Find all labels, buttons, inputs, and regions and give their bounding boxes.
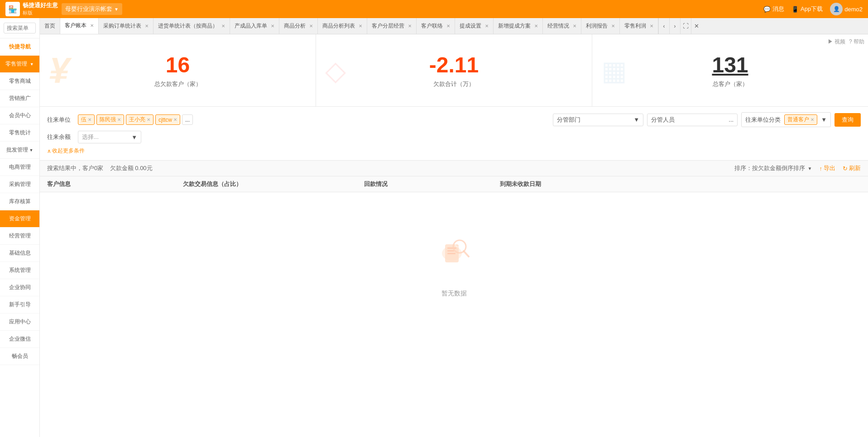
empty-text: 暂无数据: [441, 290, 467, 298]
collapse-button[interactable]: ∧ 收起更多条件: [47, 147, 85, 155]
sidebar-item-retail-stats[interactable]: 零售统计: [0, 124, 39, 142]
tag-close-cjttcw[interactable]: ✕: [173, 117, 177, 122]
filter-category-select[interactable]: 往来单位分类 普通客户 ✕ ▼: [741, 112, 831, 127]
sidebar-item-system[interactable]: 系统管理: [0, 262, 39, 279]
sidebar-item-inventory[interactable]: 库存核算: [0, 193, 39, 210]
sidebar-item-quick-nav[interactable]: 快捷导航: [0, 38, 39, 56]
sidebar-item-app-center[interactable]: 应用中心: [0, 314, 39, 331]
query-button[interactable]: 查询: [834, 113, 861, 127]
tab-nav-next[interactable]: ›: [669, 18, 680, 34]
tab-close-all[interactable]: ✕: [691, 18, 702, 34]
stat-icon-debtors: ¥: [49, 50, 69, 91]
sidebar-item-capital[interactable]: 资金管理: [0, 210, 39, 228]
tag-close-common-customer[interactable]: ✕: [810, 117, 814, 122]
filter-tag-chen[interactable]: 陈民强 ✕: [96, 114, 124, 125]
user-menu[interactable]: 👤 demo2: [830, 3, 863, 15]
page-content: ¥ 16 总欠款客户（家） ◇ -2.11 欠款合计（万） ▶ 视频: [40, 34, 868, 437]
top-bar: 🏪 畅捷通好生意 标版 母婴行业演示帐套 ▼ 💬 消息 📱 App下载 �: [0, 0, 868, 18]
message-icon: 💬: [763, 6, 771, 13]
tab-raise-settings[interactable]: 提成设置 ✕: [455, 18, 494, 34]
filter-tag-common-customer[interactable]: 普通客户 ✕: [784, 114, 817, 125]
company-selector[interactable]: 母婴行业演示帐套 ▼: [62, 3, 122, 15]
stat-total-customers: ▶ 视频 ? 帮助 ▦ 131 总客户（家）: [592, 34, 868, 106]
sidebar-item-enterprise-coop[interactable]: 企业协同: [0, 279, 39, 296]
top-bar-right: 💬 消息 📱 App下载 👤 demo2: [763, 3, 863, 15]
search-input[interactable]: [4, 23, 36, 33]
export-button[interactable]: ↑ 导出: [820, 164, 836, 172]
tab-close-instock-stat[interactable]: ✕: [221, 24, 225, 28]
tab-add-raise[interactable]: 新增提成方案 ✕: [494, 18, 543, 34]
svg-rect-3: [447, 250, 454, 252]
stat-label-debtors: 总欠款客户（家）: [154, 80, 201, 88]
tag-close-unit[interactable]: ✕: [88, 117, 91, 122]
sidebar-item-operations[interactable]: 经营管理: [0, 228, 39, 245]
tab-customer-book[interactable]: 客户账本 ✕: [60, 18, 99, 34]
tab-close-customer-book[interactable]: ✕: [90, 23, 94, 28]
message-btn[interactable]: 💬 消息: [763, 5, 784, 13]
col-header-debt: 欠款交易信息（占比）: [183, 180, 364, 188]
tab-customer-contact[interactable]: 客户联络 ✕: [417, 18, 455, 34]
app-root: 🏪 畅捷通好生意 标版 母婴行业演示帐套 ▼ 💬 消息 📱 App下载 �: [0, 0, 868, 437]
logo-text: 畅捷通好生意 标版: [23, 2, 58, 16]
sidebar-item-retail-mgmt[interactable]: 零售管理 ▼: [0, 56, 39, 73]
tab-home[interactable]: 首页: [40, 18, 60, 34]
app-download-btn[interactable]: 📱 App下载: [791, 5, 823, 13]
tab-profit-report[interactable]: 利润报告 ✕: [581, 18, 620, 34]
help-link[interactable]: ? 帮助: [849, 38, 864, 46]
chevron-up-icon: ∧: [47, 148, 51, 154]
tab-close-customer-segment[interactable]: ✕: [408, 24, 412, 28]
filter-tag-unit[interactable]: 伍 ✕: [78, 114, 95, 125]
tag-close-chen[interactable]: ✕: [117, 117, 121, 122]
sidebar-item-vip-member[interactable]: 畅会员: [0, 348, 39, 365]
sidebar-item-purchase[interactable]: 采购管理: [0, 176, 39, 193]
tab-product-analysis[interactable]: 商品分析 ✕: [279, 18, 318, 34]
sidebar-item-basic-info[interactable]: 基础信息: [0, 245, 39, 262]
sidebar-item-enterprise-wx[interactable]: 企业微信: [0, 331, 39, 348]
filter-tag-wang[interactable]: 王小亮 ✕: [126, 114, 153, 125]
stat-icon-customers: ▦: [601, 55, 627, 86]
sidebar-item-new-guide[interactable]: 新手引导: [0, 296, 39, 314]
sidebar-item-retail-mall[interactable]: 零售商城: [0, 73, 39, 90]
tab-purchase-order[interactable]: 采购订单统计表 ✕: [99, 18, 153, 34]
filter-unit-label: 往来单位: [47, 116, 74, 124]
filter-balance-select[interactable]: 选择... ▼: [78, 131, 141, 143]
tab-close-add-raise[interactable]: ✕: [534, 24, 538, 28]
sort-select[interactable]: 排序：按欠款金额倒序排序 ▼: [734, 164, 812, 172]
export-icon: ↑: [820, 165, 823, 172]
chevron-down-icon: ▼: [633, 116, 639, 123]
filter-person-select[interactable]: 分管人员 ...: [647, 114, 738, 126]
sidebar-item-marketing[interactable]: 营销推广: [0, 90, 39, 107]
tab-fullscreen[interactable]: ⛶: [680, 18, 691, 34]
refresh-button[interactable]: ↻ 刷新: [843, 164, 861, 172]
sidebar-item-member-center[interactable]: 会员中心: [0, 107, 39, 124]
tab-customer-segment[interactable]: 客户分层经营 ✕: [367, 18, 417, 34]
filter-tag-cjttcw[interactable]: cjttcw ✕: [155, 114, 180, 125]
tab-nav-prev[interactable]: ‹: [658, 18, 669, 34]
tab-close-product-instock[interactable]: ✕: [271, 24, 274, 28]
tab-product-instock[interactable]: 产成品入库单 ✕: [230, 18, 279, 34]
tab-product-analysis-list[interactable]: 商品分析列表 ✕: [318, 18, 367, 34]
sidebar: 快捷导航 零售管理 ▼ 零售商城 营销推广 会员中心 零售统计 批发管理 ▼ 电…: [0, 18, 40, 437]
tab-business-situation[interactable]: 经营情况 ✕: [543, 18, 581, 34]
tab-close-profit-report[interactable]: ✕: [611, 24, 615, 28]
tab-close-business-situation[interactable]: ✕: [573, 24, 576, 28]
tab-close-raise-settings[interactable]: ✕: [485, 24, 489, 28]
sidebar-item-batch-mgmt[interactable]: 批发管理 ▼: [0, 142, 39, 159]
tab-close-product-analysis[interactable]: ✕: [309, 24, 313, 28]
tab-instock-stat[interactable]: 进货单统计表（按商品） ✕: [153, 18, 230, 34]
empty-illustration: [432, 228, 477, 274]
svg-line-6: [464, 251, 469, 256]
sidebar-item-ecommerce[interactable]: 电商管理: [0, 159, 39, 176]
filter-dept-select[interactable]: 分管部门 ▼: [553, 114, 643, 126]
tab-close-customer-contact[interactable]: ✕: [446, 24, 450, 28]
filter-tag-more[interactable]: ...: [182, 114, 193, 125]
stat-help: ▶ 视频 ? 帮助: [828, 38, 864, 46]
tab-retail-profit[interactable]: 零售利润 ✕: [620, 18, 658, 34]
video-link[interactable]: ▶ 视频: [828, 38, 845, 46]
tab-close-retail-profit[interactable]: ✕: [650, 24, 653, 28]
col-header-due: 到期未收款日期: [500, 180, 861, 188]
tab-close-product-analysis-list[interactable]: ✕: [359, 24, 362, 28]
tab-close-purchase-order[interactable]: ✕: [145, 24, 149, 28]
tag-close-wang[interactable]: ✕: [147, 117, 150, 122]
content-area: 首页 客户账本 ✕ 采购订单统计表 ✕ 进货单统计表（按商品） ✕ 产成品入库单…: [40, 18, 868, 437]
